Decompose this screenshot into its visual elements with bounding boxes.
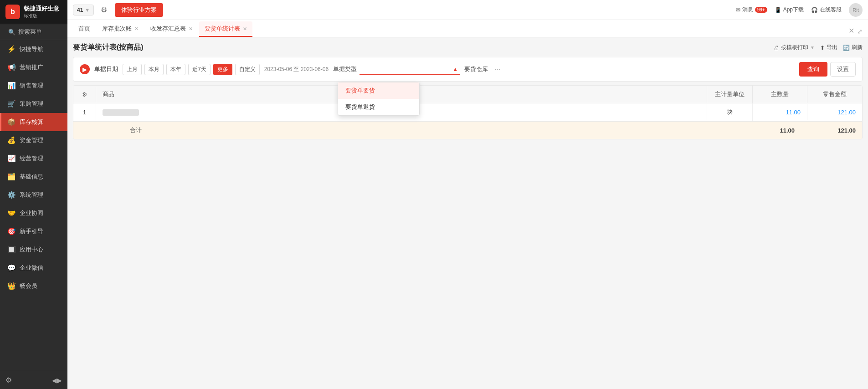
summary-label: 合计 bbox=[130, 126, 740, 134]
date-btn-this-year[interactable]: 本年 bbox=[166, 64, 185, 75]
sidebar-item-wechat[interactable]: 💬企业微信 bbox=[0, 259, 67, 277]
sidebar-icon-system: ⚙️ bbox=[7, 190, 16, 200]
tab-inventory-batch[interactable]: 库存批次账 ✕ bbox=[97, 21, 144, 37]
dropdown-item-order-return[interactable]: 要货单退货 bbox=[338, 99, 419, 115]
type-filter-field: 单据类型 ▲ bbox=[333, 64, 460, 75]
sidebar-item-quick-nav[interactable]: ⚡快捷导航 bbox=[0, 40, 67, 58]
phone-icon: 📱 bbox=[775, 7, 781, 13]
date-btn-last-month[interactable]: 上月 bbox=[123, 64, 142, 75]
date-btn-this-month[interactable]: 本月 bbox=[144, 64, 164, 75]
sidebar-search-label: 搜索菜单 bbox=[18, 28, 42, 36]
sidebar-label-finance: 资金管理 bbox=[20, 136, 43, 144]
refresh-label: 刷新 bbox=[852, 44, 863, 51]
topbar-left: 41 ▼ ⚙ 体验行业方案 bbox=[73, 3, 736, 17]
maximize-btn[interactable]: ⤢ bbox=[857, 28, 863, 37]
sidebar-icon-purchase: 🛒 bbox=[7, 99, 16, 108]
search-icon: 🔍 bbox=[8, 29, 15, 36]
refresh-btn[interactable]: 🔄 刷新 bbox=[843, 44, 863, 51]
col-amount: 零售金额 bbox=[807, 86, 862, 103]
avatar[interactable]: Rit bbox=[849, 3, 863, 17]
sidebar-item-enterprise[interactable]: 🤝企业协同 bbox=[0, 204, 67, 222]
type-input-wrapper: ▲ bbox=[360, 64, 460, 75]
sidebar-item-basics[interactable]: 🗂️基础信息 bbox=[0, 168, 67, 186]
close-all-tabs-btn[interactable]: ✕ bbox=[848, 26, 854, 37]
sidebar-label-app-center: 应用中心 bbox=[20, 246, 43, 254]
sidebar-item-guide[interactable]: 🎯新手引导 bbox=[0, 222, 67, 241]
export-icon: ⬆ bbox=[820, 45, 825, 51]
tab-receivable-summary[interactable]: 收发存汇总表 ✕ bbox=[145, 21, 198, 37]
tab-inventory-batch-close[interactable]: ✕ bbox=[134, 26, 139, 32]
tab-order-stats[interactable]: 要货单统计表 ✕ bbox=[199, 21, 252, 37]
sidebar-item-sales[interactable]: 📊销售管理 bbox=[0, 77, 67, 95]
tab-receivable-close[interactable]: ✕ bbox=[189, 26, 193, 32]
sidebar-icon-quick-nav: ⚡ bbox=[7, 45, 16, 54]
sidebar-icon-enterprise: 🤝 bbox=[7, 209, 16, 218]
col-unit-label: 主计量单位 bbox=[715, 91, 745, 97]
query-btn[interactable]: 查询 bbox=[799, 62, 827, 77]
type-filter-input[interactable] bbox=[360, 64, 460, 75]
sidebar-item-purchase[interactable]: 🛒采购管理 bbox=[0, 95, 67, 113]
sidebar-logo: b 畅捷通好生意 标准版 bbox=[0, 0, 67, 24]
sidebar-item-app-center[interactable]: 🔲应用中心 bbox=[0, 241, 67, 259]
dropdown-item-order-goods[interactable]: 要货单要货 bbox=[338, 82, 419, 99]
export-label: 导出 bbox=[827, 44, 837, 51]
page-actions: 🖨 按模板打印 ▼ ⬆ 导出 🔄 刷新 bbox=[774, 44, 863, 51]
row-1-qty: 11.00 bbox=[753, 104, 807, 120]
filter-expand-btn[interactable]: ▶ bbox=[80, 64, 90, 74]
sidebar-search[interactable]: 🔍 搜索菜单 bbox=[0, 24, 67, 40]
topbar-right: ✉ 消息 99+ 📱 App下载 🎧 在线客服 Rit bbox=[736, 3, 863, 17]
messages-btn[interactable]: ✉ 消息 99+ bbox=[736, 6, 767, 14]
sidebar-item-operations[interactable]: 📈经营管理 bbox=[0, 149, 67, 168]
date-btn-more[interactable]: 更多 bbox=[213, 64, 232, 75]
sidebar-label-marketing: 营销推广 bbox=[20, 63, 43, 72]
sidebar-label-purchase: 采购管理 bbox=[20, 100, 43, 108]
col-goods-label: 商品 bbox=[103, 91, 114, 97]
dropdown-item-label-0: 要货单要货 bbox=[345, 87, 375, 94]
sidebar-collapse-icon[interactable]: ◀▶ bbox=[52, 377, 62, 384]
page-title: 要货单统计表(按商品) bbox=[73, 43, 144, 52]
trial-btn[interactable]: 体验行业方案 bbox=[115, 3, 163, 17]
goods-placeholder-1 bbox=[103, 109, 139, 116]
warehouse-filter-field: 要货仓库 ··· bbox=[464, 65, 500, 73]
filter-settings-btn[interactable]: 设置 bbox=[830, 62, 856, 77]
col-settings[interactable]: ⚙ bbox=[73, 87, 96, 102]
online-service-label: 在线客服 bbox=[820, 6, 842, 14]
date-btn-last-7[interactable]: 近7天 bbox=[188, 64, 211, 75]
summary-row: 合计 11.00 121.00 bbox=[73, 121, 862, 139]
sidebar-settings-icon[interactable]: ⚙ bbox=[5, 376, 12, 384]
warehouse-filter-label: 要货仓库 bbox=[464, 65, 488, 73]
page-title-bar: 要货单统计表(按商品) 🖨 按模板打印 ▼ ⬆ 导出 🔄 刷新 bbox=[73, 43, 863, 52]
app-logo-text: 畅捷通好生意 标准版 bbox=[24, 5, 59, 19]
sidebar-label-enterprise: 企业协同 bbox=[20, 209, 43, 217]
sidebar-label-basics: 基础信息 bbox=[20, 173, 43, 181]
col-unit: 主计量单位 bbox=[707, 86, 753, 103]
tab-home-label: 首页 bbox=[78, 25, 90, 33]
print-icon: 🖨 bbox=[774, 45, 779, 51]
tab-inventory-batch-label: 库存批次账 bbox=[102, 25, 132, 33]
sidebar-item-member[interactable]: 👑畅会员 bbox=[0, 277, 67, 295]
topbar-settings-btn[interactable]: ⚙ bbox=[98, 4, 110, 16]
sidebar-item-inventory[interactable]: 📦库存核算 bbox=[0, 113, 67, 131]
filter-bar: ▶ 单据日期 上月 本月 本年 近7天 更多 自定义 2023-05-06 至 … bbox=[73, 57, 863, 82]
sidebar-icon-finance: 💰 bbox=[7, 136, 16, 145]
warehouse-more-icon[interactable]: ··· bbox=[494, 65, 500, 73]
page-content: 要货单统计表(按商品) 🖨 按模板打印 ▼ ⬆ 导出 🔄 刷新 ▶ bbox=[67, 37, 868, 389]
online-service-btn[interactable]: 🎧 在线客服 bbox=[811, 6, 842, 14]
export-btn[interactable]: ⬆ 导出 bbox=[820, 44, 837, 51]
type-filter-chevron[interactable]: ▲ bbox=[452, 66, 458, 72]
date-btn-custom[interactable]: 自定义 bbox=[235, 64, 260, 75]
sidebar-item-marketing[interactable]: 📢营销推广 bbox=[0, 58, 67, 77]
row-1-num: 1 bbox=[73, 104, 96, 120]
company-selector[interactable]: 41 ▼ bbox=[73, 5, 94, 15]
sidebar-icon-inventory: 📦 bbox=[7, 118, 16, 127]
summary-amount: 121.00 bbox=[801, 127, 856, 134]
print-template-btn[interactable]: 🖨 按模板打印 ▼ bbox=[774, 44, 815, 51]
sidebar-item-system[interactable]: ⚙️系统管理 bbox=[0, 186, 67, 204]
sidebar-item-finance[interactable]: 💰资金管理 bbox=[0, 131, 67, 149]
tab-order-stats-close[interactable]: ✕ bbox=[243, 26, 247, 32]
app-download-btn[interactable]: 📱 App下载 bbox=[775, 6, 804, 14]
tab-home[interactable]: 首页 bbox=[73, 21, 96, 37]
sidebar-icon-guide: 🎯 bbox=[7, 227, 16, 236]
type-filter-label: 单据类型 bbox=[333, 65, 357, 73]
date-range-text: 2023-05-06 至 2023-06-06 bbox=[264, 66, 329, 73]
